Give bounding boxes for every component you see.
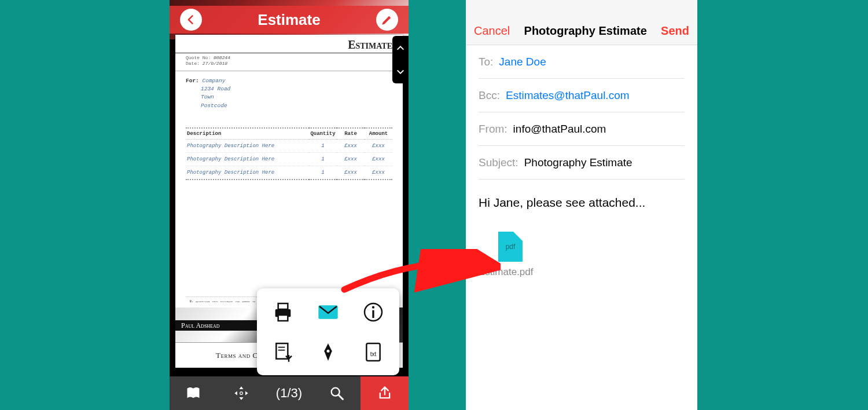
document-upload-icon xyxy=(271,341,295,364)
address-line-1: 1234 Road xyxy=(186,85,392,93)
sign-option[interactable] xyxy=(306,332,351,372)
subject-value: Photography Estimate xyxy=(524,156,632,169)
cell-amt: £xxx xyxy=(365,152,392,166)
col-description: Description xyxy=(186,128,309,140)
pencil-icon xyxy=(381,14,393,25)
move-arrows-icon xyxy=(233,385,249,401)
cell-desc: Photography Description Here xyxy=(186,166,309,180)
cell-rate: £xxx xyxy=(337,152,365,166)
printer-icon xyxy=(271,301,295,324)
svg-line-15 xyxy=(339,396,343,400)
export-txt-option[interactable]: txt xyxy=(351,332,396,372)
company-value: Company xyxy=(203,78,226,84)
bcc-value: Estimates@thatPaul.com xyxy=(506,89,630,102)
attachment-filename: Estimate.pdf xyxy=(479,266,685,278)
fountain-pen-icon xyxy=(317,341,340,364)
col-quantity: Quantity xyxy=(309,128,337,140)
cell-desc: Photography Description Here xyxy=(186,152,309,166)
bottom-toolbar: (1/3) xyxy=(170,376,409,410)
share-icon xyxy=(377,385,393,401)
cell-qty: 1 xyxy=(309,152,337,166)
send-button[interactable]: Send xyxy=(661,24,689,38)
cancel-button[interactable]: Cancel xyxy=(474,24,510,38)
from-value: info@thatPaul.com xyxy=(513,123,606,136)
print-option[interactable] xyxy=(260,292,306,332)
mail-compose-screen: Cancel Photography Estimate Send To: Jan… xyxy=(466,0,697,410)
header-title: Estimate xyxy=(258,11,320,29)
pdf-file-icon: pdf xyxy=(498,232,523,262)
mail-navbar: Cancel Photography Estimate Send xyxy=(466,0,697,45)
chevron-down-icon xyxy=(396,67,405,76)
doc-title: Estimate xyxy=(175,35,403,53)
from-field[interactable]: From: info@thatPaul.com xyxy=(479,112,685,146)
to-field[interactable]: To: Jane Doe xyxy=(479,45,685,79)
date-label: Date: xyxy=(186,61,200,66)
book-icon xyxy=(185,385,201,401)
quote-no-value: 000244 xyxy=(214,55,230,60)
table-row: Photography Description Here 1 £xxx £xxx xyxy=(186,166,392,180)
cell-amt: £xxx xyxy=(365,166,392,180)
svg-point-13 xyxy=(240,392,243,395)
doc-meta: Quote No: 000244 Date: 27/9/2018 xyxy=(175,53,403,71)
attachment[interactable]: pdf Estimate.pdf xyxy=(466,226,697,284)
mail-header-fields: To: Jane Doe Bcc: Estimates@thatPaul.com… xyxy=(466,45,697,180)
col-amount: Amount xyxy=(365,128,392,140)
page-indicator[interactable]: (1/3) xyxy=(265,376,313,410)
search-button[interactable] xyxy=(313,376,361,410)
search-icon xyxy=(329,385,345,401)
navigate-button[interactable] xyxy=(218,376,266,410)
cell-qty: 1 xyxy=(309,166,337,180)
library-button[interactable] xyxy=(170,376,218,410)
svg-text:txt: txt xyxy=(370,350,377,357)
cell-qty: 1 xyxy=(309,139,337,152)
edit-button[interactable] xyxy=(376,9,398,31)
attachment-ext: pdf xyxy=(506,243,516,251)
subject-field[interactable]: Subject: Photography Estimate xyxy=(479,146,685,180)
col-rate: Rate xyxy=(337,128,365,140)
cell-amt: £xxx xyxy=(365,139,392,152)
line-items-table: Description Quantity Rate Amount Photogr… xyxy=(186,127,392,180)
subject-label: Subject: xyxy=(479,156,518,169)
email-option[interactable] xyxy=(306,292,351,332)
page-count-text: (1/3) xyxy=(276,386,302,401)
page-scroll-control[interactable] xyxy=(392,36,409,83)
info-icon xyxy=(362,301,385,324)
txt-file-icon: txt xyxy=(362,341,385,364)
cell-desc: Photography Description Here xyxy=(186,139,309,152)
table-row: Photography Description Here 1 £xxx £xxx xyxy=(186,152,392,166)
for-label: For: xyxy=(186,78,199,84)
bcc-label: Bcc: xyxy=(479,89,500,102)
to-value: Jane Doe xyxy=(499,56,546,68)
header-bar: Estimate xyxy=(170,6,409,34)
cell-rate: £xxx xyxy=(337,166,365,180)
svg-rect-2 xyxy=(278,315,288,321)
from-label: From: xyxy=(479,123,507,136)
svg-rect-1 xyxy=(278,303,288,309)
export-document-option[interactable] xyxy=(260,332,306,372)
quote-no-label: Quote No: xyxy=(186,55,211,60)
address-line-3: Postcode xyxy=(186,102,392,110)
bcc-field[interactable]: Bcc: Estimates@thatPaul.com xyxy=(479,79,685,112)
cell-rate: £xxx xyxy=(337,139,365,152)
svg-point-5 xyxy=(372,306,374,308)
back-button[interactable] xyxy=(180,9,202,31)
share-popover: txt xyxy=(257,288,399,375)
share-button[interactable] xyxy=(361,376,409,410)
address-line-2: Town xyxy=(186,93,392,101)
mail-body-text[interactable]: Hi Jane, please see attached... xyxy=(466,180,697,226)
date-value: 27/9/2018 xyxy=(203,61,227,66)
mail-title: Photography Estimate xyxy=(524,24,647,38)
estimate-viewer-screen: Estimate Estimate Quote No: 000244 Date:… xyxy=(170,0,409,410)
to-label: To: xyxy=(479,56,493,68)
chevron-left-icon xyxy=(185,14,197,25)
doc-recipient: For: Company 1234 Road Town Postcode xyxy=(175,71,403,127)
svg-rect-6 xyxy=(372,310,374,317)
info-option[interactable] xyxy=(351,292,396,332)
chevron-up-icon xyxy=(396,43,405,53)
svg-point-10 xyxy=(327,349,330,352)
table-row: Photography Description Here 1 £xxx £xxx xyxy=(186,139,392,152)
mail-icon xyxy=(317,301,340,324)
